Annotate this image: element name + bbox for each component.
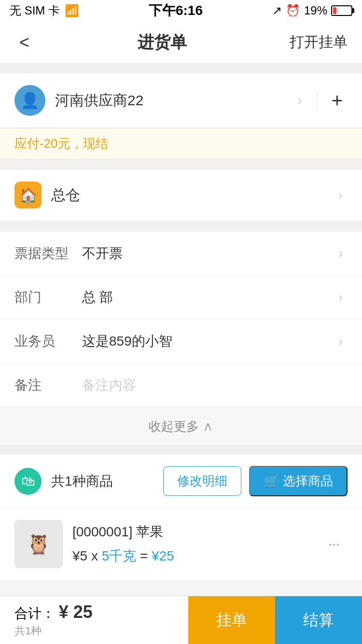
add-button[interactable]: + (327, 90, 348, 112)
quantity-value: 5千克 (102, 548, 137, 563)
product-name: [0000001] 苹果 (72, 523, 311, 541)
invoice-label: 票据类型 (14, 244, 82, 263)
form-card: 票据类型 不开票 › 部门 总 部 › 业务员 这是859的小智 › 备注 备注… (0, 232, 362, 407)
bottom-actions: 挂单 结算 (188, 596, 362, 644)
department-label: 部门 (14, 288, 82, 307)
total-label: 合计： (14, 606, 55, 621)
avatar: 👤 (14, 85, 45, 116)
nav-bar: < 进货单 打开挂单 (0, 21, 362, 64)
wifi-icon: 📶 (65, 4, 79, 17)
hang-button[interactable]: 挂单 (188, 596, 275, 644)
cart-icon: 🛒 (264, 474, 279, 489)
checkout-button[interactable]: 结算 (275, 596, 362, 644)
product-item: 🦉 [0000001] 苹果 ¥5 x 5千克 = ¥25 ··· (0, 508, 362, 580)
total-amount: ¥ 25 (59, 602, 93, 622)
invoice-row[interactable]: 票据类型 不开票 › (0, 232, 362, 276)
divider-vertical (317, 91, 317, 110)
total-count: 共1种 (14, 624, 174, 638)
status-time: 下午6:16 (149, 1, 203, 20)
salesperson-value: 这是859的小智 (82, 332, 338, 350)
supplier-card: 👤 河南供应商22 › + 应付-20元，现结 (0, 73, 362, 159)
product-thumbnail: 🦉 (14, 520, 63, 568)
gap-1 (0, 64, 362, 73)
warehouse-card[interactable]: 🏠 总仓 › (0, 170, 362, 221)
product-header: 🛍 共1种商品 修改明细 🛒 选择商品 (0, 454, 362, 508)
collapse-button[interactable]: 收起更多 ∧ (0, 408, 362, 445)
salesperson-label: 业务员 (14, 332, 82, 350)
product-name-text: 苹果 (136, 524, 163, 539)
alarm-icon: ⏰ (286, 4, 300, 17)
open-hang-button[interactable]: 打开挂单 (290, 32, 348, 52)
chevron-right-invoice-icon: › (338, 246, 343, 261)
chevron-right-warehouse-icon: › (338, 187, 343, 203)
product-price: ¥5 x 5千克 = ¥25 (72, 547, 311, 565)
supplier-row[interactable]: 👤 河南供应商22 › + (0, 73, 362, 128)
product-code: [0000001] (72, 524, 133, 539)
supplier-name: 河南供应商22 (55, 91, 297, 111)
battery-icon (331, 5, 352, 16)
product-info: [0000001] 苹果 ¥5 x 5千克 = ¥25 (72, 523, 311, 565)
price-value: ¥5 (72, 548, 87, 563)
edit-detail-button[interactable]: 修改明细 (163, 466, 241, 496)
status-left: 无 SIM 卡 📶 (10, 3, 79, 18)
remark-placeholder: 备注内容 (82, 376, 348, 394)
chevron-right-icon: › (297, 93, 302, 108)
bottom-bar: 合计： ¥ 25 共1种 挂单 结算 (0, 596, 362, 644)
chevron-right-sales-icon: › (338, 334, 343, 349)
department-row[interactable]: 部门 总 部 › (0, 276, 362, 320)
info-banner: 应付-20元，现结 (0, 128, 362, 159)
status-bar: 无 SIM 卡 📶 下午6:16 ↗ ⏰ 19% (0, 0, 362, 21)
warehouse-icon: 🏠 (14, 182, 42, 209)
total-value: ¥25 (152, 548, 174, 563)
gap-2 (0, 160, 362, 170)
remark-label: 备注 (14, 376, 82, 394)
department-value: 总 部 (82, 288, 338, 307)
carrier-text: 无 SIM 卡 (10, 3, 60, 18)
warehouse-name: 总仓 (51, 185, 338, 205)
select-product-label: 选择商品 (283, 473, 333, 490)
battery-text: 19% (304, 4, 327, 17)
total-section: 合计： ¥ 25 共1种 (0, 602, 188, 638)
warehouse-row[interactable]: 🏠 总仓 › (0, 170, 362, 221)
bag-icon: 🛍 (21, 473, 35, 489)
owl-icon: 🦉 (27, 533, 51, 556)
product-count-text: 共1种商品 (51, 472, 163, 490)
total-row: 合计： ¥ 25 (14, 602, 174, 623)
select-product-button[interactable]: 🛒 选择商品 (249, 466, 348, 496)
product-count-icon: 🛍 (14, 468, 42, 495)
price-x: x (91, 548, 102, 563)
gap-4 (0, 445, 362, 454)
remark-row[interactable]: 备注 备注内容 (0, 364, 362, 407)
page-title: 进货单 (138, 31, 187, 54)
house-icon: 🏠 (19, 187, 37, 204)
product-section: 🛍 共1种商品 修改明细 🛒 选择商品 🦉 [0000001] 苹果 ¥5 (0, 454, 362, 580)
back-button[interactable]: < (14, 28, 34, 57)
chevron-right-dept-icon: › (338, 290, 343, 305)
price-eq: = (140, 548, 152, 563)
avatar-icon: 👤 (20, 91, 40, 110)
more-button[interactable]: ··· (321, 532, 348, 556)
gap-3 (0, 222, 362, 232)
salesperson-row[interactable]: 业务员 这是859的小智 › (0, 320, 362, 364)
status-right: ↗ ⏰ 19% (272, 4, 352, 17)
invoice-value: 不开票 (82, 244, 338, 263)
location-icon: ↗ (272, 4, 282, 17)
